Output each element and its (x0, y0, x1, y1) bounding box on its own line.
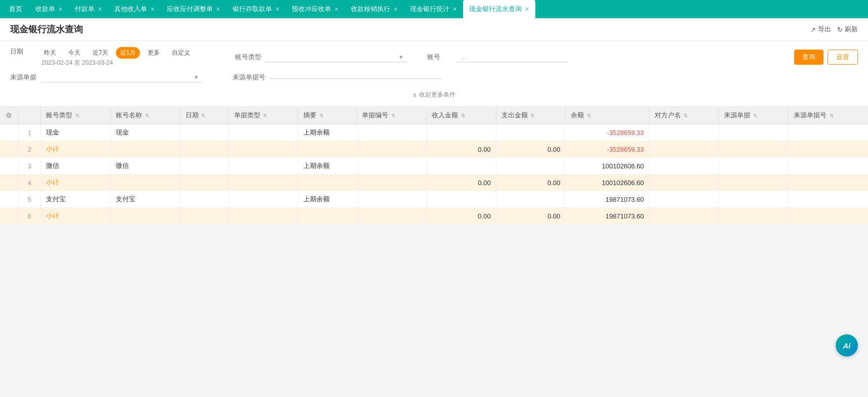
refresh-icon: ↻ (837, 26, 843, 33)
export-button[interactable]: ↗ 导出 (810, 25, 831, 34)
row-balance: 100102606.60 (566, 174, 649, 191)
row-doc-no (357, 191, 427, 208)
nav-tab-payments[interactable]: 付款单 ✕ (69, 0, 108, 18)
th-account-name[interactable]: 账号名称 ⇅ (110, 107, 180, 124)
row-summary: 上期余额 (298, 124, 357, 141)
th-expense[interactable]: 支出金额 ⇅ (496, 107, 566, 124)
th-counterparty[interactable]: 对方户名 ⇅ (649, 107, 719, 124)
sort-source-doc-no-icon[interactable]: ⇅ (830, 113, 834, 118)
nav-tab-ar-ap-adjust[interactable]: 应收应付调整单 ✕ (161, 0, 226, 18)
table-row[interactable]: 5 支付宝 支付宝 上期余额 19871073.60 (0, 191, 868, 208)
column-settings-icon[interactable]: ⚙ (6, 111, 12, 119)
source-doc-num-label: 来源单据号 (233, 73, 265, 82)
close-prepay-offset-tab[interactable]: ✕ (334, 6, 339, 13)
close-cash-stats-tab[interactable]: ✕ (452, 6, 457, 13)
date-range-display: 2023-02-24 至 2023-03-24 (41, 59, 195, 67)
table-row[interactable]: 1 现金 现金 上期余额 -3528659.33 (0, 124, 868, 141)
nav-tab-receipts[interactable]: 收款单 ✕ (29, 0, 69, 18)
nav-tab-cash-stats[interactable]: 现金银行统计 ✕ (404, 0, 463, 18)
close-cash-flow-tab[interactable]: ✕ (525, 6, 529, 13)
sort-expense-icon[interactable]: ⇅ (530, 113, 534, 118)
sort-summary-icon[interactable]: ⇅ (319, 113, 324, 118)
row-source-doc (719, 124, 789, 141)
date-btn-more[interactable]: 更多 (143, 47, 164, 59)
row-expense: 0.00 (496, 174, 566, 191)
sort-doc-no-icon[interactable]: ⇅ (391, 113, 395, 118)
row-doc-no (357, 174, 427, 191)
source-doc-select[interactable]: ▾ (40, 72, 202, 82)
nav-tab-receipt-verify[interactable]: 收款核销执行 ✕ (345, 0, 404, 18)
collapse-up-icon: ∧ (413, 92, 417, 99)
table-row[interactable]: 3 微信 微信 上期余额 100102606.60 (0, 158, 868, 174)
row-gear-cell (0, 208, 18, 225)
close-ar-ap-adjust-tab[interactable]: ✕ (216, 6, 220, 13)
nav-home[interactable]: 首页 (2, 5, 29, 14)
row-account-name: 支付宝 (110, 191, 180, 208)
table-row[interactable]: 4 小计 0.00 0.00 100102606.60 (0, 174, 868, 191)
source-doc-num-filter: 来源单据号 (233, 73, 441, 82)
th-index (18, 107, 41, 124)
sort-account-type-icon[interactable]: ⇅ (75, 113, 79, 118)
page-title: 现金银行流水查询 (10, 23, 83, 35)
row-index: 2 (18, 141, 41, 158)
row-doc-type (229, 174, 298, 191)
th-source-doc-no[interactable]: 来源单据号 ⇅ (788, 107, 868, 124)
date-btn-today[interactable]: 今天 (64, 47, 85, 59)
row-income (427, 191, 496, 208)
date-btn-custom[interactable]: 自定义 (167, 47, 195, 59)
collapse-bar[interactable]: ∧ 收起更多条件 (10, 87, 858, 100)
query-button[interactable]: 查询 (794, 50, 824, 65)
sort-income-icon[interactable]: ⇅ (461, 113, 465, 118)
nav-tab-other-income[interactable]: 其他收入单 ✕ (108, 0, 161, 18)
source-doc-label: 来源单据 (10, 73, 36, 82)
close-receipt-verify-tab[interactable]: ✕ (393, 6, 398, 13)
sort-counterparty-icon[interactable]: ⇅ (683, 113, 688, 118)
date-btn-7days[interactable]: 近7天 (88, 47, 113, 59)
th-doc-no[interactable]: 单据编号 ⇅ (357, 107, 427, 124)
th-income[interactable]: 收入金额 ⇅ (427, 107, 496, 124)
row-gear-cell (0, 174, 18, 191)
close-bank-deposit-tab[interactable]: ✕ (275, 6, 280, 13)
nav-tab-prepay-offset[interactable]: 预收冲应收单 ✕ (286, 0, 345, 18)
close-receipts-tab[interactable]: ✕ (58, 6, 63, 13)
th-balance[interactable]: 余额 ⇅ (566, 107, 649, 124)
date-btn-1month[interactable]: 近1月 (116, 47, 141, 59)
account-input[interactable]: ... (456, 52, 568, 62)
sort-date-icon[interactable]: ⇅ (201, 113, 205, 118)
row-income: 0.00 (427, 174, 496, 191)
table-row[interactable]: 6 小计 0.00 0.00 19871073.60 (0, 208, 868, 225)
row-summary (298, 174, 357, 191)
settings-button[interactable]: 设置 (828, 50, 858, 65)
nav-tab-bank-deposit[interactable]: 银行存取款单 ✕ (226, 0, 286, 18)
source-doc-filter: 来源单据 ▾ (10, 72, 202, 82)
th-source-doc[interactable]: 来源单据 ⇅ (719, 107, 789, 124)
account-type-select[interactable]: ▾ (265, 52, 407, 62)
row-doc-type (229, 191, 298, 208)
source-doc-num-input[interactable] (269, 76, 441, 79)
sort-doc-type-icon[interactable]: ⇅ (263, 113, 267, 118)
row-balance: 19871073.60 (566, 208, 649, 225)
date-btn-yesterday[interactable]: 昨天 (39, 47, 61, 59)
sort-balance-icon[interactable]: ⇅ (587, 113, 591, 118)
row-account-name (110, 174, 180, 191)
page-header: 现金银行流水查询 ↗ 导出 ↻ 刷新 (0, 18, 868, 41)
close-payments-tab[interactable]: ✕ (98, 6, 102, 13)
th-summary[interactable]: 摘要 ⇅ (298, 107, 357, 124)
filter-row-2: 来源单据 ▾ 来源单据号 (10, 72, 858, 82)
row-date (180, 158, 229, 174)
account-label: 账号 (427, 53, 452, 62)
close-other-income-tab[interactable]: ✕ (150, 6, 155, 13)
row-account-type: 小计 (41, 174, 111, 191)
th-doc-type[interactable]: 单据类型 ⇅ (229, 107, 298, 124)
th-date[interactable]: 日期 ⇅ (180, 107, 229, 124)
row-expense (496, 124, 566, 141)
th-account-type[interactable]: 账号类型 ⇅ (41, 107, 111, 124)
sort-account-name-icon[interactable]: ⇅ (145, 113, 149, 118)
refresh-button[interactable]: ↻ 刷新 (837, 25, 858, 34)
sort-source-doc-icon[interactable]: ⇅ (753, 113, 757, 118)
date-filter-group: 日期 昨天 今天 近7天 近1月 更多 自定义 2023-02-24 至 202… (10, 47, 195, 67)
nav-tab-cash-flow[interactable]: 现金银行流水查询 ✕ (463, 0, 535, 18)
row-index: 1 (18, 124, 41, 141)
row-source-doc (719, 141, 789, 158)
table-row[interactable]: 2 小计 0.00 0.00 -3528659.33 (0, 141, 868, 158)
